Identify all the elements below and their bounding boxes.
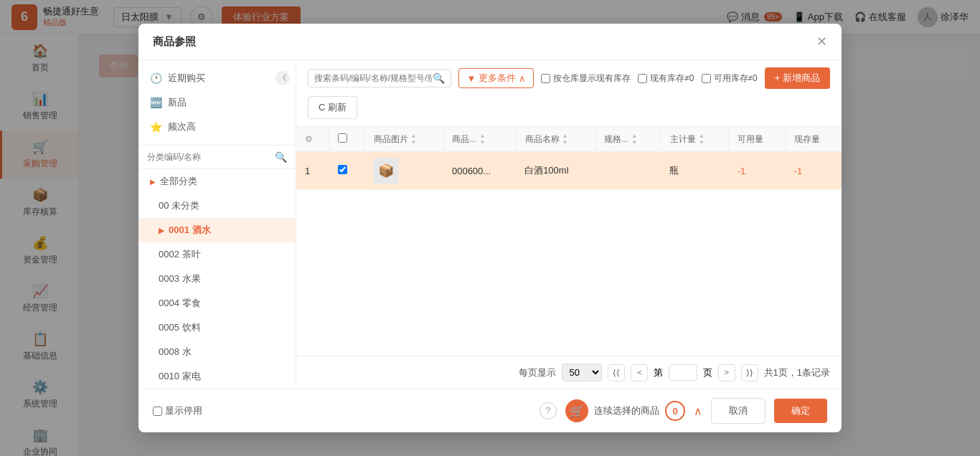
spec-sort-arrows[interactable]: ▲▼ xyxy=(631,133,637,146)
th-available: 可用量 xyxy=(729,127,786,152)
table-row[interactable]: 1 📦 000600... xyxy=(296,152,842,190)
img-sort-arrows[interactable]: ▲▼ xyxy=(411,133,417,146)
filter-icon: ▼ xyxy=(466,73,476,84)
checkbox-available-nonzero-input[interactable] xyxy=(702,74,711,83)
th-stock: 现存量 xyxy=(786,127,842,152)
col-settings-icon[interactable]: ⚙ xyxy=(305,134,313,144)
row-checkbox[interactable] xyxy=(338,165,347,174)
category-0008[interactable]: 0008 水 xyxy=(138,340,296,364)
category-search-icon[interactable]: 🔍 xyxy=(275,151,287,163)
filter-label: 更多条件 xyxy=(479,72,516,85)
show-disabled-input[interactable] xyxy=(153,407,162,416)
tab-frequent[interactable]: ⭐ 频次高 xyxy=(138,115,296,139)
unit-sort-arrows[interactable]: ▲▼ xyxy=(699,133,705,146)
th-code-label: 商品... xyxy=(452,133,476,146)
tab-new[interactable]: 🆕 新品 xyxy=(138,90,296,115)
th-name-sort: 商品名称 ▲▼ xyxy=(525,133,587,146)
filter-button[interactable]: ▼ 更多条件 ∧ xyxy=(458,68,534,88)
category-all-label: 全部分类 xyxy=(160,175,197,188)
help-icon[interactable]: ? xyxy=(540,402,557,419)
clock-icon: 🕐 xyxy=(150,72,162,84)
collapse-button[interactable]: 《 xyxy=(275,71,290,85)
th-check xyxy=(329,127,364,152)
checkbox-warehouse-input[interactable] xyxy=(541,74,550,83)
tab-frequent-label: 频次高 xyxy=(168,120,196,133)
category-0010[interactable]: 0010 家电 xyxy=(138,364,296,389)
category-0005[interactable]: 0005 饮料 xyxy=(138,315,296,340)
category-0005-label: 0005 饮料 xyxy=(159,321,201,334)
show-disabled-checkbox[interactable]: 显示停用 xyxy=(153,404,202,417)
page-number-input[interactable]: 1 xyxy=(669,364,697,381)
show-disabled-label: 显示停用 xyxy=(165,404,202,417)
next-page-button[interactable]: ＞ xyxy=(718,364,735,381)
th-spec-label: 规格... xyxy=(604,133,628,146)
footer-left: 显示停用 xyxy=(153,404,202,417)
row-img: 📦 xyxy=(364,152,443,190)
row-stock: -1 xyxy=(786,152,842,190)
select-all-checkbox[interactable] xyxy=(338,133,347,143)
modal-close-button[interactable]: ✕ xyxy=(816,34,827,49)
checkbox-available-nonzero[interactable]: 可用库存≠0 xyxy=(702,72,758,85)
name-sort-arrows[interactable]: ▲▼ xyxy=(562,133,568,146)
cart-count: 0 xyxy=(665,401,685,421)
th-unit: 主计量 ▲▼ xyxy=(661,127,728,152)
add-product-button[interactable]: + 新增商品 xyxy=(765,67,830,89)
product-table: ⚙ 商品图片 ▲▼ xyxy=(296,127,842,190)
row-code: 000600... xyxy=(443,152,516,190)
last-page-button[interactable]: ⟩⟩ xyxy=(741,364,758,381)
modal-header: 商品参照 ✕ xyxy=(138,24,842,60)
per-page-label: 每页显示 xyxy=(519,366,556,379)
category-all[interactable]: ▶ 全部分类 xyxy=(138,169,296,194)
category-0001[interactable]: ▶ 0001 酒水 xyxy=(138,218,296,242)
tab-recent[interactable]: 🕐 近期购买 《 xyxy=(138,66,296,90)
th-settings[interactable]: ⚙ xyxy=(296,127,329,152)
table-body: 1 📦 000600... xyxy=(296,152,842,190)
left-panel: 🕐 近期购买 《 🆕 新品 ⭐ 频次高 xyxy=(138,60,296,389)
arrow-all: ▶ xyxy=(150,178,156,186)
row-check xyxy=(329,152,364,190)
product-image: 📦 xyxy=(373,158,399,184)
table-header-row: ⚙ 商品图片 ▲▼ xyxy=(296,127,842,152)
checkbox-warehouse[interactable]: 按仓库显示现有库存 xyxy=(541,72,631,85)
cart-icon[interactable]: 🛒 xyxy=(565,399,588,422)
modal-overlay: 商品参照 ✕ 🕐 近期购买 《 🆕 新 xyxy=(0,0,980,456)
checkbox-stock-nonzero-input[interactable] xyxy=(638,74,647,83)
category-0002-label: 0002 茶叶 xyxy=(159,248,201,261)
category-0002[interactable]: 0002 茶叶 xyxy=(138,242,296,267)
first-page-button[interactable]: ⟨⟨ xyxy=(608,364,625,381)
confirm-button[interactable]: 确定 xyxy=(774,399,827,423)
refresh-button[interactable]: C 刷新 xyxy=(308,96,357,119)
th-code: 商品... ▲▼ xyxy=(443,127,516,152)
th-spec: 规格... ▲▼ xyxy=(595,127,661,152)
category-0003[interactable]: 0003 水果 xyxy=(138,267,296,291)
category-0004[interactable]: 0004 零食 xyxy=(138,291,296,315)
cart-area: 🛒 连续选择的商品 0 xyxy=(565,399,685,422)
th-available-label: 可用量 xyxy=(738,134,763,144)
code-sort-arrows[interactable]: ▲▼ xyxy=(479,133,485,146)
prev-page-button[interactable]: ＜ xyxy=(631,364,648,381)
modal-footer: 显示停用 ? 🛒 连续选择的商品 0 ∧ 取消 确定 xyxy=(138,389,842,432)
product-search-input[interactable] xyxy=(314,73,433,83)
checkbox-stock-nonzero-label: 现有库存≠0 xyxy=(650,72,694,85)
cancel-button[interactable]: 取消 xyxy=(711,398,765,424)
row-spec xyxy=(595,152,661,190)
row-index: 1 xyxy=(296,152,329,190)
product-search-icon[interactable]: 🔍 xyxy=(433,72,445,84)
pagination: 每页显示 50 100 200 ⟨⟨ ＜ 第 1 页 ＞ ⟩⟩ 共1页， xyxy=(296,356,842,389)
arrow-0001: ▶ xyxy=(159,227,164,234)
th-unit-label: 主计量 xyxy=(670,133,696,146)
checkbox-stock-nonzero[interactable]: 现有库存≠0 xyxy=(638,72,694,85)
row-unit: 瓶 xyxy=(661,152,728,190)
category-0003-label: 0003 水果 xyxy=(159,272,201,285)
per-page-select[interactable]: 50 100 200 xyxy=(562,364,602,381)
expand-icon[interactable]: ∧ xyxy=(694,404,702,418)
category-00[interactable]: 00 未分类 xyxy=(138,194,296,218)
footer-right: ? 🛒 连续选择的商品 0 ∧ 取消 确定 xyxy=(540,398,827,424)
category-search-input[interactable] xyxy=(147,152,275,162)
category-00-label: 00 未分类 xyxy=(159,199,199,212)
checkbox-warehouse-label: 按仓库显示现有库存 xyxy=(553,72,631,85)
row-available-value: -1 xyxy=(738,166,746,176)
th-code-sort: 商品... ▲▼ xyxy=(452,133,507,146)
category-0010-label: 0010 家电 xyxy=(159,370,201,383)
right-panel: 🔍 ▼ 更多条件 ∧ 按仓库显示现有库存 xyxy=(296,60,842,389)
